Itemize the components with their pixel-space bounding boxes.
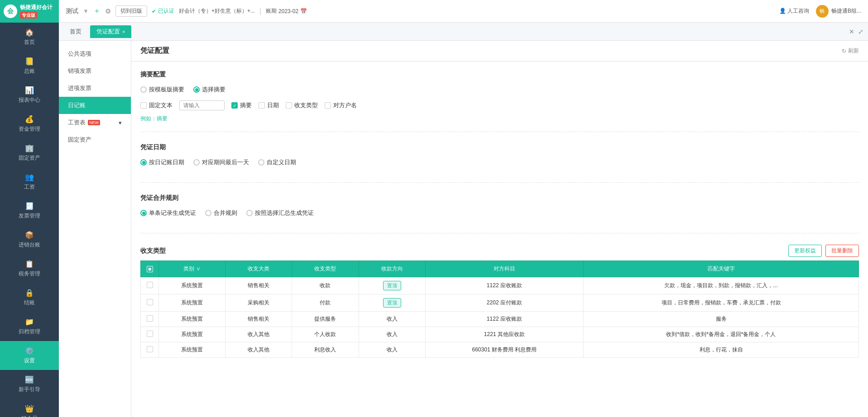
delete-btn[interactable]: 批量删除 (825, 245, 859, 257)
row-check-2[interactable] (147, 299, 153, 305)
help-button[interactable]: 👤 人工咨询 (779, 7, 809, 15)
radio-journal-date[interactable]: 按日记账日期 (140, 158, 184, 166)
update-btn[interactable]: 更新权益 (788, 245, 822, 257)
app-sidebar: 会 畅捷通好会计 专业版 🏠 首页 📒 总账 📊 报表中心 💰 资金管理 🏢 固… (0, 0, 59, 417)
radio-summary-gen[interactable]: 按照选择汇总生成凭证 (246, 209, 314, 217)
cb-type[interactable]: 收支类型 (286, 101, 318, 109)
sidebar-item-invoice[interactable]: 🧾 发票管理 (0, 196, 59, 225)
row-type-2: 付款 (292, 294, 359, 312)
sidebar-item-closing[interactable]: 🔒 结账 (0, 283, 59, 312)
cb-date[interactable]: 日期 (259, 101, 279, 109)
date-config-section: 凭证日期 按日记账日期 对应期间最后一天 自定义日期 (140, 143, 859, 183)
settings-gear-icon[interactable]: ⚙ (105, 7, 111, 15)
page-nav-payroll-label: 工资表 (68, 118, 86, 127)
row-direction-1: 置顶 (359, 277, 425, 294)
direction-tag-2[interactable]: 置顶 (383, 298, 401, 308)
col-direction: 收款方向 (359, 261, 425, 277)
radio-summary-gen-label: 按照选择汇总生成凭证 (255, 209, 314, 217)
radio-merge[interactable]: 合并规则 (205, 209, 237, 217)
window-close-icon[interactable]: ✕ (849, 28, 854, 35)
row-check-1[interactable] (147, 282, 153, 288)
radio-journal-date-circle (140, 159, 147, 166)
sidebar-item-member-label: 畅会员 (21, 415, 38, 417)
radio-period-last[interactable]: 对应期间最后一天 (193, 158, 249, 166)
sidebar-navigation: 🏠 首页 📒 总账 📊 报表中心 💰 资金管理 🏢 固定资产 👥 工资 🧾 发票… (0, 23, 59, 417)
row-type-4: 个人收款 (292, 327, 359, 342)
table-row: 系统预置 采购相关 付款 置顶 2202 应付账款 项目，日常费用，报销款，车费… (141, 294, 859, 312)
invoice-icon: 🧾 (25, 202, 34, 210)
radio-single[interactable]: 单条记录生成凭证 (140, 209, 196, 217)
purchase-icon: 📦 (25, 231, 34, 239)
page-nav-payroll[interactable]: 工资表 NEW ▾ (59, 114, 131, 131)
radio-single-circle (140, 210, 147, 216)
row-check-3[interactable] (147, 315, 153, 322)
assets-icon: 🏢 (25, 144, 34, 152)
radio-single-label: 单条记录生成凭证 (149, 209, 196, 217)
row-type-5: 利息收入 (292, 342, 359, 358)
payroll-expand-icon: ▾ (119, 119, 122, 126)
tab-voucher-config[interactable]: 凭证配置 × (90, 25, 131, 38)
switch-old-btn[interactable]: 切到旧版 (115, 5, 147, 17)
sidebar-item-assets-label: 固定资产 (19, 154, 40, 162)
radio-select[interactable]: 选择摘要 (193, 85, 225, 94)
page-nav-journal[interactable]: 日记账 (59, 97, 131, 114)
row-keywords-5: 利息，行花，抹自 (584, 342, 859, 358)
direction-tag-1[interactable]: 置顶 (383, 281, 401, 290)
select-all-checkbox[interactable]: ■ (147, 266, 153, 272)
add-button[interactable]: ＋ (93, 6, 101, 16)
page-nav-public[interactable]: 公共选项 (59, 45, 131, 62)
company-dropdown-icon[interactable]: ▼ (83, 8, 89, 14)
user-menu[interactable]: 畅 畅捷通B组... (816, 5, 861, 18)
archive-icon: 📁 (25, 317, 34, 326)
sidebar-item-guide[interactable]: 🆕 新手引导 (0, 370, 59, 399)
cb-counterparty[interactable]: 对方户名 (325, 101, 357, 109)
radio-custom-date[interactable]: 自定义日期 (258, 158, 296, 166)
sidebar-item-purchase[interactable]: 📦 进销台账 (0, 225, 59, 254)
sidebar-item-payroll[interactable]: 👥 工资 (0, 167, 59, 196)
row-checkbox-2 (141, 294, 159, 312)
page-nav-fixed-assets[interactable]: 固定资产 (59, 131, 131, 148)
sidebar-item-archive[interactable]: 📁 归档管理 (0, 312, 59, 341)
sidebar-item-assets[interactable]: 🏢 固定资产 (0, 138, 59, 167)
summary-checkbox-row: 固定文本 ✓ 摘要 日期 收支类型 (140, 100, 859, 110)
period-value: 2023-02 (278, 8, 298, 14)
calendar-icon[interactable]: 📅 (300, 8, 307, 14)
radio-journal-date-label: 按日记账日期 (149, 158, 184, 166)
tab-home-label: 首页 (70, 28, 82, 36)
row-checkbox-5 (141, 342, 159, 358)
tab-close-icon[interactable]: × (122, 29, 125, 34)
row-subject-3: 1122 应收账款 (425, 312, 583, 327)
sidebar-item-funds[interactable]: 💰 资金管理 (0, 109, 59, 138)
sidebar-item-reports[interactable]: 📊 报表中心 (0, 81, 59, 109)
refresh-button[interactable]: ↻ 刷新 (842, 47, 859, 55)
tab-voucher-label: 凭证配置 (96, 28, 120, 36)
sidebar-item-member[interactable]: 👑 畅会员 (0, 399, 59, 417)
sidebar-item-settings[interactable]: ⚙️ 设置 (0, 341, 59, 370)
cb-summary[interactable]: ✓ 摘要 (231, 101, 252, 109)
cb-counterparty-box (325, 102, 331, 109)
cb-fixed-text[interactable]: 固定文本 (140, 101, 173, 109)
table-header-row: 收支类型 更新权益 批量删除 (140, 245, 859, 257)
sidebar-item-home[interactable]: 🏠 首页 (0, 23, 59, 52)
merge-radio-group: 单条记录生成凭证 合并规则 按照选择汇总生成凭证 (140, 209, 859, 217)
tab-home[interactable]: 首页 (63, 25, 88, 38)
main-panel: 凭证配置 ↻ 刷新 摘要配置 按模板版摘要 (131, 41, 868, 417)
fixed-text-input[interactable] (179, 100, 225, 110)
summary-radio-group: 按模板版摘要 选择摘要 (140, 85, 859, 94)
page-nav-purchase-invoice[interactable]: 进项发票 (59, 80, 131, 97)
col-type: 收支类型 (292, 261, 359, 277)
sidebar-item-invoice-label: 发票管理 (19, 212, 40, 220)
row-check-4[interactable] (147, 331, 153, 337)
example-text: 例如：摘要 (140, 115, 859, 123)
sidebar-item-tax[interactable]: 📋 税务管理 (0, 254, 59, 283)
page-nav-sales-invoice[interactable]: 销项发票 (59, 62, 131, 80)
date-radio-group: 按日记账日期 对应期间最后一天 自定义日期 (140, 158, 859, 166)
row-major-5: 收入其他 (225, 342, 292, 358)
radio-template[interactable]: 按模板版摘要 (140, 85, 184, 94)
window-expand-icon[interactable]: ⤢ (858, 28, 863, 35)
row-check-5[interactable] (147, 346, 153, 352)
tabbar-right: ✕ ⤢ (849, 28, 863, 35)
sidebar-item-ledger[interactable]: 📒 总账 (0, 52, 59, 81)
company-name: 测试 (66, 7, 78, 15)
tabbar: 首页 凭证配置 × ✕ ⤢ (59, 23, 868, 41)
